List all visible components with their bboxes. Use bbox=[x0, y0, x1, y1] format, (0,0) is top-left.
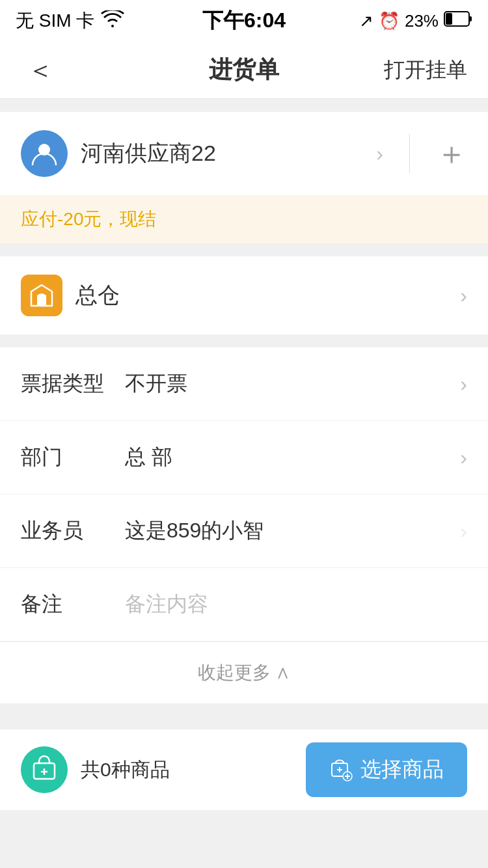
status-bar: 无 SIM 卡 下午6:04 ↗ ⏰ 23% bbox=[0, 0, 488, 42]
section-gap-2 bbox=[0, 243, 488, 256]
section-gap-4 bbox=[0, 703, 488, 716]
supplier-section: 河南供应商22 › ＋ 应付-20元，现结 bbox=[0, 112, 488, 243]
warehouse-icon-wrap bbox=[21, 275, 62, 316]
wifi-icon bbox=[101, 10, 124, 32]
select-goods-button[interactable]: 选择商品 bbox=[306, 742, 467, 797]
notice-bar: 应付-20元，现结 bbox=[0, 195, 488, 243]
form-section: 票据类型 不开票 › 部门 总 部 › 业务员 这是859的小智 › 备注 备注… bbox=[0, 347, 488, 703]
battery-icon bbox=[444, 11, 472, 31]
invoice-type-chevron-icon: › bbox=[460, 372, 467, 396]
goods-count: 共0种商品 bbox=[81, 757, 306, 783]
salesperson-value: 这是859的小智 bbox=[125, 517, 460, 545]
battery-label: 23% bbox=[405, 11, 439, 31]
warehouse-row[interactable]: 总仓 › bbox=[0, 256, 488, 334]
supplier-chevron-icon: › bbox=[376, 142, 383, 166]
salesperson-chevron-icon: › bbox=[460, 519, 467, 543]
collapse-label: 收起更多 ∧ bbox=[198, 660, 291, 685]
add-supplier-button[interactable]: ＋ bbox=[436, 133, 467, 174]
department-value: 总 部 bbox=[125, 443, 460, 472]
open-pending-button[interactable]: 打开挂单 bbox=[384, 56, 467, 85]
divider bbox=[409, 134, 410, 173]
department-key: 部门 bbox=[21, 443, 112, 472]
salesperson-key: 业务员 bbox=[21, 517, 112, 545]
section-gap-1 bbox=[0, 99, 488, 112]
invoice-type-key: 票据类型 bbox=[21, 370, 112, 398]
notice-text: 应付-20元，现结 bbox=[21, 209, 156, 229]
status-time: 下午6:04 bbox=[202, 7, 286, 35]
alarm-icon: ⏰ bbox=[379, 11, 400, 31]
supplier-avatar bbox=[21, 130, 68, 177]
remark-row[interactable]: 备注 备注内容 bbox=[0, 568, 488, 642]
section-gap-3 bbox=[0, 334, 488, 347]
back-button[interactable]: ＜ bbox=[21, 46, 60, 94]
nav-title: 进货单 bbox=[209, 54, 279, 86]
svg-rect-1 bbox=[446, 13, 452, 25]
remark-value: 备注内容 bbox=[125, 590, 467, 619]
svg-rect-2 bbox=[469, 16, 472, 21]
collapse-row[interactable]: 收起更多 ∧ bbox=[0, 642, 488, 703]
status-right: ↗ ⏰ 23% bbox=[359, 11, 472, 31]
remark-key: 备注 bbox=[21, 590, 112, 619]
location-icon: ↗ bbox=[359, 11, 373, 31]
salesperson-row[interactable]: 业务员 这是859的小智 › bbox=[0, 495, 488, 568]
carrier-label: 无 SIM 卡 bbox=[16, 8, 94, 33]
svg-rect-4 bbox=[37, 297, 46, 306]
warehouse-chevron-icon: › bbox=[460, 284, 467, 308]
invoice-type-row[interactable]: 票据类型 不开票 › bbox=[0, 347, 488, 421]
supplier-row[interactable]: 河南供应商22 › ＋ bbox=[0, 112, 488, 195]
select-goods-label: 选择商品 bbox=[360, 755, 444, 784]
warehouse-section: 总仓 › bbox=[0, 256, 488, 334]
department-chevron-icon: › bbox=[460, 446, 467, 470]
warehouse-label: 总仓 bbox=[75, 280, 460, 310]
supplier-name: 河南供应商22 bbox=[81, 139, 376, 169]
invoice-type-value: 不开票 bbox=[125, 370, 460, 398]
department-row[interactable]: 部门 总 部 › bbox=[0, 421, 488, 495]
bottom-bar: 共0种商品 选择商品 bbox=[0, 729, 488, 810]
status-left: 无 SIM 卡 bbox=[16, 8, 124, 33]
nav-bar: ＜ 进货单 打开挂单 bbox=[0, 42, 488, 99]
goods-icon-wrap bbox=[21, 746, 68, 793]
